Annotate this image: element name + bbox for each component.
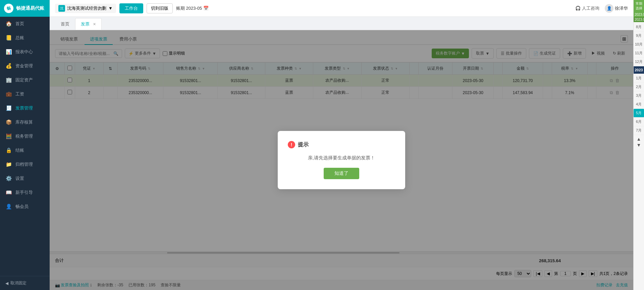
topbar: 沈 沈海英测试经营勿删 ▼ 工作台 切到旧版 账期 2023-05 📅 🎧 人工… xyxy=(50,0,633,17)
archive-icon: 📁 xyxy=(5,161,12,167)
sidebar-item-guide-label: 新手引导 xyxy=(15,190,33,196)
period-5-label: 5月 xyxy=(636,111,642,115)
sidebar-item-assets[interactable]: 🏢 固定资产 xyxy=(0,73,50,87)
period-9-label: 9月 xyxy=(636,33,642,38)
home-icon: 🏠 xyxy=(5,21,12,27)
period-12-label: 12月 xyxy=(635,60,643,64)
period-3-label: 3月 xyxy=(636,93,642,97)
sidebar-item-tax[interactable]: 🧮 税务管理 xyxy=(0,129,50,143)
period-year-label2: 2023.05 xyxy=(635,18,643,21)
modal-box: ! 提示 亲,请先选择要生成单据的发票！ 知道了 xyxy=(278,131,405,189)
sidebar-item-assets-label: 固定资产 xyxy=(15,77,33,83)
period-sidebar: 常期选择 2023.05 2023.05 8月 9月 10月 11月 12月 2… xyxy=(633,0,644,290)
invoice-icon: 🧾 xyxy=(5,105,12,111)
username-label: 徐泽华 xyxy=(615,5,628,11)
modal-overlay: ! 提示 亲,请先选择要生成单据的发票！ 知道了 xyxy=(50,30,633,290)
guide-icon: 📖 xyxy=(5,190,12,196)
modal-title: 提示 xyxy=(298,141,309,148)
assets-icon: 🏢 xyxy=(5,77,12,83)
logo-icon: 畅 xyxy=(4,4,13,13)
tab-home[interactable]: 首页 xyxy=(55,18,75,30)
period-10-label: 10月 xyxy=(635,42,643,46)
sidebar-item-funds[interactable]: 💰 资金管理 xyxy=(0,59,50,73)
period-year-label1: 2023.05 xyxy=(635,13,643,16)
sidebar-item-funds-label: 资金管理 xyxy=(15,63,33,69)
sidebar-item-inventory-label: 库存核算 xyxy=(15,119,33,125)
inventory-icon: 📦 xyxy=(5,119,12,125)
sidebar-item-tax-label: 税务管理 xyxy=(15,133,33,139)
period-text: 账期 2023-05 xyxy=(176,5,202,11)
member-icon: 👤 xyxy=(5,204,12,210)
service-icon: 🎧 xyxy=(575,6,581,11)
sidebar-item-inventory[interactable]: 📦 库存核算 xyxy=(0,115,50,129)
ledger-icon: 📒 xyxy=(5,35,12,41)
period-item-4[interactable]: 4月 xyxy=(634,100,644,109)
settings-icon: ⚙️ xyxy=(5,175,12,182)
sidebar-item-settings-label: 设置 xyxy=(15,175,24,182)
period-item-10[interactable]: 10月 xyxy=(634,40,644,49)
period-1-label: 1月 xyxy=(636,76,642,80)
sidebar-item-close-label: 结账 xyxy=(15,147,24,153)
sidebar-item-close[interactable]: 🔒 结账 xyxy=(0,143,50,157)
period-header[interactable]: 常期选择 xyxy=(634,0,644,12)
switch-version-button[interactable]: 切到旧版 xyxy=(147,3,173,13)
confirm-button[interactable]: 知道了 xyxy=(324,168,359,179)
period-item-8[interactable]: 8月 xyxy=(634,23,644,31)
period-item-5[interactable]: 5月 xyxy=(634,109,644,118)
avatar: 👤 xyxy=(605,4,613,13)
period-up-button[interactable]: ▲ xyxy=(637,136,641,142)
sidebar-item-invoice-label: 发票管理 xyxy=(15,105,33,111)
tab-invoice[interactable]: 发票 ✕ xyxy=(75,18,102,30)
period-item-3[interactable]: 3月 xyxy=(634,91,644,100)
tab-invoice-close[interactable]: ✕ xyxy=(93,22,96,26)
sidebar-item-archive[interactable]: 📁 归档管理 xyxy=(0,157,50,171)
funds-icon: 💰 xyxy=(5,63,12,69)
sidebar-item-archive-label: 归档管理 xyxy=(15,161,33,167)
sidebar-item-home-label: 首页 xyxy=(15,21,24,27)
topbar-right: 🎧 人工咨询 👤 徐泽华 xyxy=(575,4,628,13)
sidebar-item-ledger[interactable]: 📒 总账 xyxy=(0,31,50,45)
period-item-6[interactable]: 6月 xyxy=(634,118,644,126)
period-year-nav-label: 2023 xyxy=(635,68,643,72)
period-nav-controls: ▲ ▼ xyxy=(634,135,644,149)
workbench-button[interactable]: 工作台 xyxy=(119,3,143,13)
service-link[interactable]: 🎧 人工咨询 xyxy=(575,5,599,11)
sidebar-item-ledger-label: 总账 xyxy=(15,35,24,41)
sidebar-item-reports[interactable]: 📊 报表中心 xyxy=(0,45,50,59)
period-item-12[interactable]: 12月 xyxy=(634,58,644,66)
cancel-pin-label: 取消固定 xyxy=(10,280,26,286)
sidebar-item-guide[interactable]: 📖 新手引导 xyxy=(0,186,50,200)
sidebar-item-settings[interactable]: ⚙️ 设置 xyxy=(0,171,50,186)
close-books-icon: 🔒 xyxy=(5,147,12,153)
sidebar-item-member[interactable]: 👤 畅会员 xyxy=(0,200,50,214)
sidebar-item-member-label: 畅会员 xyxy=(15,204,29,210)
period-year-top2: 2023.05 xyxy=(634,17,644,22)
sidebar: 畅 畅捷通易代账 🏠 首页 📒 总账 📊 报表中心 💰 资金管理 🏢 固定资产 … xyxy=(0,0,50,290)
app-logo: 畅 畅捷通易代账 xyxy=(0,0,50,17)
pin-icon: ◀ xyxy=(5,281,8,286)
period-item-year[interactable]: 2023 xyxy=(634,66,644,74)
sidebar-item-reports-label: 报表中心 xyxy=(15,49,33,55)
period-item-7[interactable]: 7月 xyxy=(634,126,644,135)
period-4-label: 4月 xyxy=(636,102,642,106)
payroll-icon: 💼 xyxy=(5,91,12,97)
calendar-icon: 📅 xyxy=(203,6,209,11)
period-year-top: 2023.05 xyxy=(634,12,644,17)
user-menu[interactable]: 👤 徐泽华 xyxy=(605,4,628,13)
sidebar-menu: 🏠 首页 📒 总账 📊 报表中心 💰 资金管理 🏢 固定资产 💼 工资 🧾 发票… xyxy=(0,17,50,276)
sidebar-item-payroll[interactable]: 💼 工资 xyxy=(0,87,50,101)
company-selector[interactable]: 沈 沈海英测试经营勿删 ▼ xyxy=(55,4,116,13)
period-item-9[interactable]: 9月 xyxy=(634,31,644,40)
period-7-label: 7月 xyxy=(636,128,642,132)
period-item-1[interactable]: 1月 xyxy=(634,74,644,83)
modal-title-row: ! 提示 xyxy=(288,141,309,148)
period-item-2[interactable]: 2月 xyxy=(634,83,644,91)
reports-icon: 📊 xyxy=(5,49,12,55)
tab-invoice-label: 发票 xyxy=(81,21,90,26)
period-6-label: 6月 xyxy=(636,120,642,124)
cancel-pin-button[interactable]: ◀ 取消固定 xyxy=(0,276,50,290)
period-down-button[interactable]: ▼ xyxy=(637,142,641,148)
period-item-11[interactable]: 11月 xyxy=(634,49,644,58)
sidebar-item-home[interactable]: 🏠 首页 xyxy=(0,17,50,31)
sidebar-item-invoice[interactable]: 🧾 发票管理 xyxy=(0,101,50,115)
